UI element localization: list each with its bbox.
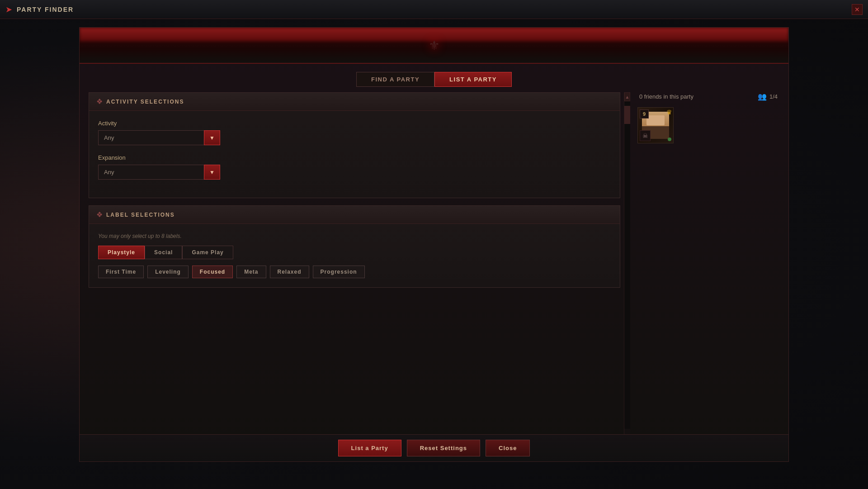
activity-section: ❖ ACTIVITY SELECTIONS Activity Any ▼ [89, 92, 620, 198]
tab-list-party[interactable]: LIST A PARTY [434, 72, 512, 87]
title-bar-left: ➤ PARTY FINDER [5, 5, 74, 14]
dialog-container: ⚜ FIND A PARTY LIST A PARTY ❖ ACTIVITY S… [79, 27, 789, 462]
nav-tabs: FIND A PARTY LIST A PARTY [80, 64, 788, 92]
member-class-icon: ☠ [640, 130, 651, 141]
tag-progression[interactable]: Progression [313, 266, 365, 278]
member-slot: 9 ♛ ☠ [637, 107, 674, 143]
title-bar: ➤ PARTY FINDER ✕ [0, 0, 868, 19]
activity-section-header: ❖ ACTIVITY SELECTIONS [89, 93, 620, 111]
label-section-body: You may only select up to 8 labels. Play… [89, 224, 620, 287]
tab-gameplay[interactable]: Game Play [182, 246, 233, 259]
member-grid: 9 ♛ ☠ [637, 107, 779, 143]
activity-section-title: ACTIVITY SELECTIONS [106, 99, 184, 105]
reset-settings-button[interactable]: Reset Settings [407, 440, 480, 456]
scrollbar-up-button[interactable]: ▲ [624, 92, 630, 101]
activity-label: Activity [98, 120, 611, 127]
activity-section-body: Activity Any ▼ Expansion Any [89, 111, 620, 198]
member-avatar: 9 ♛ ☠ [638, 108, 673, 143]
member-level-badge: 9 [640, 109, 649, 119]
label-note: You may only select up to 8 labels. [98, 233, 611, 239]
party-count-text: 1/4 [769, 93, 778, 100]
left-panel: ❖ ACTIVITY SELECTIONS Activity Any ▼ [89, 92, 624, 438]
activity-select-wrapper: Any ▼ [98, 130, 220, 145]
bottom-bar: List a Party Reset Settings Close [80, 434, 788, 461]
tag-focused[interactable]: Focused [192, 266, 233, 278]
expansion-select-wrapper: Any ▼ [98, 165, 220, 180]
party-friends-text: 0 friends in this party [639, 93, 693, 100]
scrollbar-thumb[interactable] [624, 106, 630, 124]
member-crown-icon: ♛ [666, 109, 672, 116]
tab-social[interactable]: Social [145, 246, 182, 259]
content-area: ❖ ACTIVITY SELECTIONS Activity Any ▼ [80, 92, 788, 447]
expansion-label: Expansion [98, 154, 611, 161]
activity-form-group: Activity Any ▼ [98, 120, 611, 145]
party-group-icon: 👥 [758, 92, 767, 101]
party-count: 👥 1/4 [758, 92, 778, 101]
scrollbar[interactable]: ▲ ▼ [624, 92, 630, 438]
party-header: 0 friends in this party 👥 1/4 [637, 92, 779, 101]
list-party-button[interactable]: List a Party [338, 440, 401, 456]
label-tab-buttons: Playstyle Social Game Play [98, 246, 611, 259]
expansion-form-group: Expansion Any ▼ [98, 154, 611, 180]
right-panel: 0 friends in this party 👥 1/4 9 ♛ ☠ [630, 92, 779, 438]
title-text: PARTY FINDER [17, 6, 74, 13]
scrollbar-track [624, 101, 630, 429]
member-online-indicator [668, 138, 671, 141]
title-arrow-icon: ➤ [5, 5, 12, 14]
label-section: ❖ LABEL SELECTIONS You may only select u… [89, 205, 620, 288]
label-section-title: LABEL SELECTIONS [106, 212, 175, 218]
header-emblem-icon: ⚜ [429, 38, 440, 53]
tab-find-party[interactable]: FIND A PARTY [356, 72, 434, 87]
activity-select[interactable]: Any [98, 130, 220, 145]
label-tags: First Time Leveling Focused Meta Relaxed… [98, 266, 611, 278]
expansion-select[interactable]: Any [98, 165, 220, 180]
tag-first-time[interactable]: First Time [98, 266, 144, 278]
window-close-button[interactable]: ✕ [852, 4, 863, 15]
label-section-icon: ❖ [96, 210, 103, 219]
label-section-header: ❖ LABEL SELECTIONS [89, 206, 620, 224]
tag-relaxed[interactable]: Relaxed [270, 266, 309, 278]
close-button[interactable]: Close [486, 440, 530, 456]
activity-section-icon: ❖ [96, 97, 103, 106]
tag-leveling[interactable]: Leveling [147, 266, 189, 278]
tag-meta[interactable]: Meta [236, 266, 266, 278]
tab-playstyle[interactable]: Playstyle [98, 246, 145, 259]
dialog-header: ⚜ [80, 28, 788, 64]
